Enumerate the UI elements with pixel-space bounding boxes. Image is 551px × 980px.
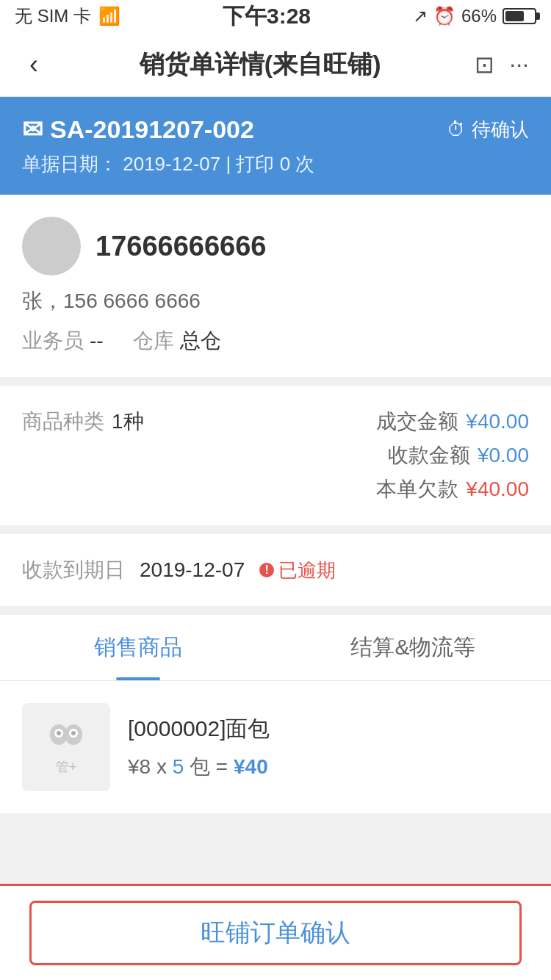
order-header-top: ✉ SA-20191207-002 ⏱ 待确认: [22, 115, 529, 144]
order-id: ✉ SA-20191207-002: [22, 115, 254, 144]
status-text: 待确认: [472, 117, 529, 143]
overdue-text: 已逾期: [278, 558, 336, 583]
summary-card: 商品种类 1种 成交金额 ¥40.00 收款金额 ¥0.00 本单欠款 ¥40.…: [0, 386, 551, 525]
svg-point-1: [38, 250, 65, 264]
meta-date-label: 单据日期：: [22, 153, 118, 175]
tab-settlement-logistics[interactable]: 结算&物流等: [276, 615, 551, 680]
customer-top: 17666666666: [22, 217, 529, 275]
deal-amount-row: 成交金额 ¥40.00: [376, 408, 529, 436]
owed-row: 本单欠款 ¥40.00: [376, 475, 529, 503]
collected-label: 收款金额: [388, 442, 470, 469]
share-icon[interactable]: ⊡: [475, 51, 494, 79]
warehouse-item: 仓库 总仓: [133, 327, 221, 355]
overdue-icon: !: [259, 563, 274, 577]
back-button[interactable]: ‹: [22, 42, 46, 87]
order-id-text: SA-20191207-002: [50, 115, 254, 144]
page-title: 销货单详情(来自旺铺): [140, 48, 381, 82]
tabs-container: 销售商品 结算&物流等 管+: [0, 615, 551, 813]
nav-bar: ‹ 销货单详情(来自旺铺) ⊡ ···: [0, 32, 551, 97]
deal-amount-label: 成交金额: [376, 408, 458, 436]
confirm-btn-area: 旺铺订单确认: [0, 884, 551, 980]
product-qty: 5: [173, 755, 184, 778]
overdue-badge: ! 已逾期: [259, 558, 336, 583]
customer-card: 17666666666 张，156 6666 6666 业务员 -- 仓库 总仓: [0, 195, 551, 377]
salesperson-item: 业务员 --: [22, 327, 104, 355]
svg-point-6: [57, 731, 61, 735]
battery-icon: [503, 8, 536, 24]
svg-point-7: [71, 731, 76, 735]
product-thumbnail: 管+: [22, 703, 110, 791]
status-time: 下午3:28: [223, 1, 311, 32]
salesperson-label: 业务员: [22, 327, 84, 355]
more-icon[interactable]: ···: [509, 51, 529, 78]
meta-date-value: 2019-12-07: [123, 153, 220, 175]
brand-text: 管+: [56, 758, 77, 776]
order-status: ⏱ 待确认: [447, 117, 529, 143]
deal-amount-value: ¥40.00: [466, 410, 529, 433]
product-price: ¥8 x 5 包 = ¥40: [128, 753, 529, 781]
collected-value: ¥0.00: [478, 444, 529, 467]
warehouse-label: 仓库: [133, 327, 174, 355]
due-label: 收款到期日: [22, 556, 125, 584]
product-type-label: 商品种类: [22, 408, 104, 436]
summary-left: 商品种类 1种: [22, 408, 144, 436]
order-id-icon: ✉: [22, 115, 43, 144]
status-bar: 无 SIM 卡 📶 下午3:28 ↗ ⏰ 66%: [0, 0, 551, 32]
due-date-value: 2019-12-07: [140, 558, 245, 582]
location-icon: ↗: [413, 6, 428, 26]
collected-row: 收款金额 ¥0.00: [388, 442, 529, 469]
meta-print-label: 打印: [236, 153, 274, 175]
owed-value: ¥40.00: [466, 478, 529, 501]
product-type-value: 1种: [112, 408, 144, 436]
product-info: [0000002]面包 ¥8 x 5 包 = ¥40: [128, 714, 529, 781]
battery-percent: 66%: [461, 6, 497, 26]
customer-detail: 业务员 -- 仓库 总仓: [22, 327, 529, 355]
meta-separator: |: [226, 153, 236, 175]
due-card: 收款到期日 2019-12-07 ! 已逾期: [0, 534, 551, 606]
tabs: 销售商品 结算&物流等: [0, 615, 551, 681]
product-total: ¥40: [234, 755, 268, 778]
owed-label: 本单欠款: [376, 475, 458, 503]
alarm-icon: ⏰: [433, 6, 455, 26]
battery-fill: [505, 11, 524, 21]
carrier-text: 无 SIM 卡: [15, 4, 91, 28]
avatar: [22, 217, 81, 275]
product-type-row: 商品种类 1种: [22, 408, 144, 436]
confirm-order-button[interactable]: 旺铺订单确认: [29, 901, 522, 965]
wifi-icon: 📶: [98, 6, 120, 26]
order-header: ✉ SA-20191207-002 ⏱ 待确认 单据日期： 2019-12-07…: [0, 97, 551, 195]
salesperson-value: --: [90, 329, 104, 353]
nav-actions: ⊡ ···: [475, 51, 529, 79]
warehouse-value: 总仓: [180, 327, 221, 355]
product-list: 管+ [0000002]面包 ¥8 x 5 包 = ¥40: [0, 681, 551, 813]
meta-print-count: 0: [280, 153, 290, 175]
product-item: 管+ [0000002]面包 ¥8 x 5 包 = ¥40: [0, 681, 551, 813]
status-left: 无 SIM 卡 📶: [15, 4, 120, 28]
product-name: [0000002]面包: [128, 714, 529, 744]
svg-point-0: [44, 234, 59, 248]
tab-sales-products[interactable]: 销售商品: [0, 615, 276, 680]
status-clock-icon: ⏱: [447, 118, 466, 141]
thumb-inner: 管+: [44, 718, 88, 776]
summary-right: 成交金额 ¥40.00 收款金额 ¥0.00 本单欠款 ¥40.00: [376, 408, 529, 503]
meta-print-unit: 次: [295, 153, 314, 175]
order-meta: 单据日期： 2019-12-07 | 打印 0 次: [22, 151, 529, 177]
customer-name: 张，156 6666 6666: [22, 287, 529, 315]
customer-phone: 17666666666: [96, 231, 266, 262]
status-right: ↗ ⏰ 66%: [413, 6, 536, 26]
